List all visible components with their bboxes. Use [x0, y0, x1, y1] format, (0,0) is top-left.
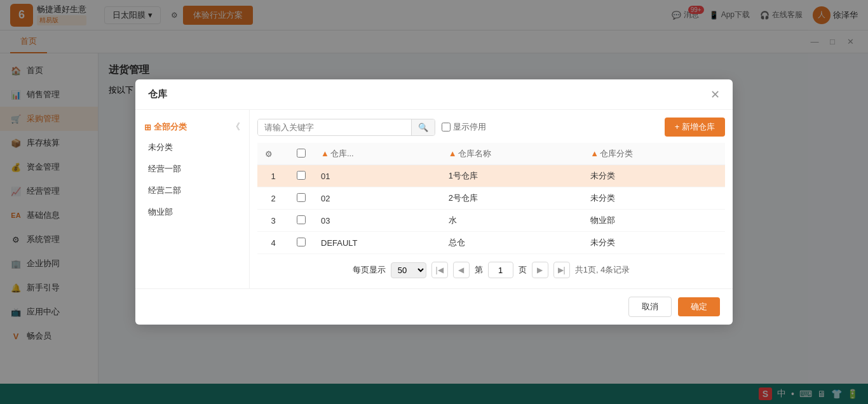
row-category: 未分类	[583, 232, 725, 254]
table-row[interactable]: 4 DEFAULT 总仓 未分类	[257, 232, 725, 254]
modal-overlay: 仓库 ✕ ⊞ 全部分类 《 未分类 经营一部 经营二部 物业部	[0, 0, 868, 404]
category-header: ⊞ 全部分类 《	[135, 118, 249, 137]
page-total: 共1页, 4条记录	[575, 264, 630, 276]
warehouse-modal: 仓库 ✕ ⊞ 全部分类 《 未分类 经营一部 经营二部 物业部	[135, 79, 733, 325]
table-container: ⚙ ▲仓库... ▲仓库名称 ▲仓库分类 1 01	[257, 143, 725, 254]
row-num: 2	[257, 187, 289, 210]
table-area: 🔍 显示停用 + 新增仓库 ⚙	[250, 110, 733, 288]
next-page-btn[interactable]: ▶	[532, 262, 548, 278]
row-code: 03	[313, 210, 441, 232]
th-code[interactable]: ▲仓库...	[313, 143, 441, 165]
search-box: 🔍	[257, 119, 435, 136]
warehouse-table: ⚙ ▲仓库... ▲仓库名称 ▲仓库分类 1 01	[257, 143, 725, 254]
table-row[interactable]: 3 03 水 物业部	[257, 210, 725, 232]
row-name: 1号仓库	[441, 165, 583, 187]
table-body: 1 01 1号仓库 未分类 2 02 2号仓库 未分类 3 03 水 物业部 4…	[257, 165, 725, 254]
row-num: 4	[257, 232, 289, 254]
row-check[interactable]	[289, 165, 313, 187]
th-category[interactable]: ▲仓库分类	[583, 143, 725, 165]
search-btn[interactable]: 🔍	[411, 119, 435, 135]
select-all-checkbox[interactable]	[297, 149, 306, 158]
row-name: 总仓	[441, 232, 583, 254]
table-row[interactable]: 2 02 2号仓库 未分类	[257, 187, 725, 210]
per-page-label: 每页显示	[353, 264, 386, 276]
cat-item-property[interactable]: 物业部	[135, 201, 249, 223]
first-page-btn[interactable]: |◀	[431, 262, 448, 278]
cat-item-dept2[interactable]: 经营二部	[135, 180, 249, 201]
row-category: 物业部	[583, 210, 725, 232]
modal-footer: 取消 确定	[135, 288, 733, 325]
add-warehouse-btn[interactable]: + 新增仓库	[665, 118, 725, 137]
cancel-btn[interactable]: 取消	[628, 297, 672, 317]
show-disabled-label: 显示停用	[453, 121, 486, 133]
row-code: 01	[313, 165, 441, 187]
page-size-select[interactable]: 50 100	[391, 262, 426, 278]
th-name[interactable]: ▲仓库名称	[441, 143, 583, 165]
table-row[interactable]: 1 01 1号仓库 未分类	[257, 165, 725, 187]
modal-body: ⊞ 全部分类 《 未分类 经营一部 经营二部 物业部 🔍	[135, 110, 733, 288]
row-code: 02	[313, 187, 441, 210]
modal-header: 仓库 ✕	[135, 79, 733, 110]
category-sidebar: ⊞ 全部分类 《 未分类 经营一部 经营二部 物业部	[135, 110, 250, 288]
page-suffix: 页	[519, 264, 527, 276]
category-all-label: 全部分类	[154, 121, 187, 133]
row-check[interactable]	[289, 232, 313, 254]
search-input[interactable]	[258, 119, 411, 135]
cat-item-unclassified[interactable]: 未分类	[135, 137, 249, 158]
table-toolbar: 🔍 显示停用 + 新增仓库	[257, 118, 725, 137]
show-disabled: 显示停用	[442, 121, 486, 133]
collapse-icon[interactable]: 《	[231, 121, 240, 133]
pagination: 每页显示 50 100 |◀ ◀ 第 页 ▶ ▶| 共1页, 4条记录	[257, 254, 725, 281]
th-check	[289, 143, 313, 165]
th-settings[interactable]: ⚙	[257, 143, 289, 165]
page-label: 第	[475, 264, 483, 276]
row-name: 2号仓库	[441, 187, 583, 210]
modal-close-btn[interactable]: ✕	[710, 89, 720, 100]
row-category: 未分类	[583, 165, 725, 187]
row-num: 3	[257, 210, 289, 232]
table-head: ⚙ ▲仓库... ▲仓库名称 ▲仓库分类	[257, 143, 725, 165]
row-num: 1	[257, 165, 289, 187]
grid-icon: ⊞	[144, 123, 151, 132]
last-page-btn[interactable]: ▶|	[553, 262, 570, 278]
row-check[interactable]	[289, 210, 313, 232]
prev-page-btn[interactable]: ◀	[453, 262, 470, 278]
modal-title: 仓库	[148, 88, 167, 100]
row-check[interactable]	[289, 187, 313, 210]
table-header-row: ⚙ ▲仓库... ▲仓库名称 ▲仓库分类	[257, 143, 725, 165]
row-name: 水	[441, 210, 583, 232]
show-disabled-checkbox[interactable]	[442, 123, 451, 131]
row-code: DEFAULT	[313, 232, 441, 254]
row-category: 未分类	[583, 187, 725, 210]
category-all-title[interactable]: ⊞ 全部分类	[144, 121, 187, 133]
cat-item-dept1[interactable]: 经营一部	[135, 158, 249, 180]
page-number-input[interactable]	[488, 262, 513, 278]
confirm-btn[interactable]: 确定	[678, 297, 720, 316]
